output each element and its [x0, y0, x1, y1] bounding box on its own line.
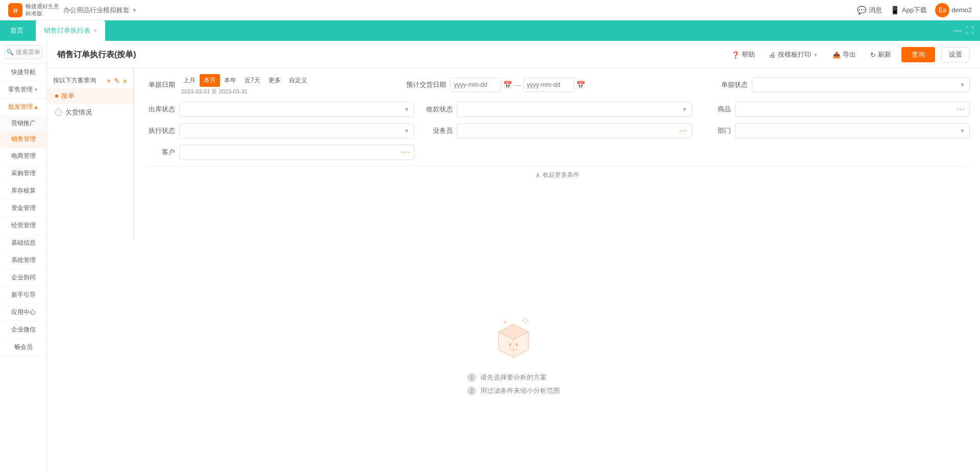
sidebar-item-app-center[interactable]: 应用中心 — [0, 304, 46, 321]
expected-date-to[interactable] — [523, 78, 574, 92]
settings-btn[interactable]: 设置 — [941, 47, 970, 62]
user-area[interactable]: Ea demo2 — [935, 3, 972, 17]
goods-select[interactable]: ··· — [735, 102, 970, 117]
tab-active[interactable]: 销售订单执行表 × — [36, 20, 105, 41]
solution-panel-actions: + ✎ « — [107, 77, 127, 85]
date-tab-this-year[interactable]: 本年 — [220, 74, 240, 87]
date-tab-7days[interactable]: 近7天 — [240, 74, 264, 87]
date-sub-label: 2023-03-01 至 2023-03-31 — [179, 88, 397, 96]
filter-item-delivery-status: 出库状态 ▼ — [144, 102, 414, 117]
sidebar-item-system[interactable]: 系统管理 — [0, 252, 46, 269]
sidebar-item-marketing[interactable]: 营销推广 — [0, 115, 46, 131]
sidebar-item-sales[interactable]: 销售管理 — [0, 131, 46, 147]
collapse-bar[interactable]: ∧ 收起更多条件 — [144, 166, 970, 183]
logo-text: 畅捷通好生意 标准版 — [26, 3, 59, 16]
sidebar-item-finance[interactable]: 资金管理 — [0, 200, 46, 217]
logo-area: 好 畅捷通好生意 标准版 — [8, 3, 59, 17]
tab-close-icon[interactable]: × — [93, 27, 97, 34]
sidebar-item-enterprise[interactable]: 企业协同 — [0, 269, 46, 287]
collapse-icon: ∧ — [535, 171, 541, 179]
tab-home[interactable]: 首页 — [0, 20, 34, 41]
department-select[interactable]: ▼ — [735, 123, 970, 138]
date-input-range: 📅 — 📅 — [450, 78, 585, 92]
date-tab-custom[interactable]: 自定义 — [285, 74, 311, 87]
delivery-status-select[interactable]: ▼ — [179, 102, 414, 117]
sidebar-item-purchase[interactable]: 采购管理 — [0, 165, 46, 182]
empty-illustration — [488, 316, 539, 367]
solution-panel: 按以下方案查询 + ✎ « 按单 ○ 欠货情况 — [47, 68, 134, 240]
tab-maximize-btn[interactable]: ⛶ — [966, 26, 974, 35]
order-status-select[interactable]: ▼ — [752, 77, 970, 92]
sidebar-item-ecommerce[interactable]: 电商管理 — [0, 148, 46, 165]
logo-icon: 好 — [8, 3, 22, 17]
sidebar-search: 🔍 搜索菜单 — [0, 41, 46, 64]
sidebar-item-operations[interactable]: 经营管理 — [0, 217, 46, 234]
page-header-top: 销售订单执行表(按单) ❓ 帮助 🖨 按模板打印 ▼ 📤 导出 — [57, 47, 970, 62]
calendar-to-icon[interactable]: 📅 — [576, 81, 585, 89]
solution-item-dot — [55, 95, 58, 98]
solution-collapse-btn[interactable]: « — [123, 77, 127, 85]
search-icon: 🔍 — [6, 49, 14, 56]
goods-dots-icon[interactable]: ··· — [957, 105, 965, 114]
receipt-status-select[interactable]: ▼ — [457, 102, 692, 117]
goods-label: 商品 — [700, 105, 731, 114]
sidebar-item-guide[interactable]: 新手引导 — [0, 287, 46, 304]
salesperson-dots-icon[interactable]: ··· — [679, 126, 687, 135]
date-tabs: 上月 本月 本年 近7天 更多 自定义 — [179, 74, 397, 87]
print-btn[interactable]: 🖨 按模板打印 ▼ — [765, 48, 822, 61]
sidebar-item-basic-info[interactable]: 基础信息 — [0, 234, 46, 252]
filter-item-department: 部门 ▼ — [700, 123, 970, 138]
tab-minimize-btn[interactable]: — — [953, 26, 962, 35]
customer-select[interactable]: ··· — [179, 145, 414, 160]
app-title-area[interactable]: 办公用品行业模拟账套 ▼ — [63, 6, 137, 15]
customer-dots-icon[interactable]: ··· — [402, 148, 410, 157]
sidebar-item-retail[interactable]: 零售管理 ▼ — [0, 81, 46, 98]
calendar-from-icon[interactable]: 📅 — [503, 81, 512, 89]
receipt-chevron-icon: ▼ — [682, 106, 688, 112]
search-menu-btn[interactable]: 🔍 搜索菜单 — [4, 45, 42, 59]
query-btn[interactable]: 查询 — [901, 47, 935, 62]
app-download-btn[interactable]: 📱 App下载 — [890, 6, 927, 15]
step-1-num: 1 — [467, 373, 476, 382]
empty-state: 1 请先选择要分析的方案 2 用过滤条件来缩小分析范围 — [47, 240, 980, 473]
date-tab-this-month[interactable]: 本月 — [200, 74, 220, 87]
sidebar-item-inventory[interactable]: 库存核算 — [0, 182, 46, 200]
sidebar-item-wholesale[interactable]: 批发管理 ▲ — [0, 99, 46, 115]
solution-add-btn[interactable]: + — [107, 77, 111, 85]
message-icon: 💬 — [857, 6, 867, 15]
print-icon: 🖨 — [769, 51, 776, 59]
filter-layout: 按以下方案查询 + ✎ « 按单 ○ 欠货情况 — [47, 68, 980, 240]
exec-chevron-icon: ▼ — [404, 128, 409, 134]
help-btn[interactable]: ❓ 帮助 — [727, 48, 759, 61]
filter-item-customer: 客户 ··· — [144, 145, 414, 160]
export-icon: 📤 — [832, 51, 841, 59]
date-tab-last-month[interactable]: 上月 — [179, 74, 200, 87]
print-arrow-icon: ▼ — [813, 52, 818, 58]
sidebar-item-wechat[interactable]: 企业微信 — [0, 321, 46, 339]
sidebar-group-wholesale: 批发管理 ▲ 营销推广 销售管理 — [0, 99, 46, 148]
message-btn[interactable]: 💬 消息 — [857, 6, 882, 15]
expected-date-from[interactable] — [450, 78, 501, 92]
salesperson-select[interactable]: ··· — [457, 123, 692, 138]
top-bar: 好 畅捷通好生意 标准版 办公用品行业模拟账套 ▼ 💬 消息 📱 App下载 E… — [0, 0, 980, 20]
sidebar-item-member[interactable]: 畅会员 — [0, 339, 46, 356]
refresh-btn[interactable]: ↻ 刷新 — [866, 48, 895, 61]
filter-row-4: 客户 ··· — [144, 145, 970, 160]
export-btn[interactable]: 📤 导出 — [828, 48, 860, 61]
sidebar-group-retail: 零售管理 ▼ — [0, 81, 46, 99]
avatar: Ea — [935, 3, 949, 17]
sidebar-item-shortcut[interactable]: 快捷导航 — [0, 64, 46, 81]
top-bar-right: 💬 消息 📱 App下载 Ea demo2 — [857, 3, 972, 17]
filter-item-order-status: 单据状态 ▼ — [717, 77, 970, 92]
date-tab-more[interactable]: 更多 — [264, 74, 285, 87]
filter-item-date: 单据日期 上月 本月 本年 近7天 更多 自定义 2023-03-01 至 20… — [144, 74, 397, 96]
exec-status-select[interactable]: ▼ — [179, 123, 414, 138]
svg-point-9 — [504, 321, 506, 323]
user-name: demo2 — [951, 6, 972, 14]
sidebar-shortcut-label: 快捷导航 — [11, 68, 36, 77]
order-status-label: 单据状态 — [717, 80, 748, 89]
solution-item-order[interactable]: 按单 — [47, 88, 133, 104]
solution-edit-btn[interactable]: ✎ — [114, 77, 120, 85]
filter-row-3: 执行状态 ▼ 业务员 ··· 部门 — [144, 123, 970, 138]
solution-item-backorder[interactable]: ○ 欠货情况 — [47, 104, 133, 121]
